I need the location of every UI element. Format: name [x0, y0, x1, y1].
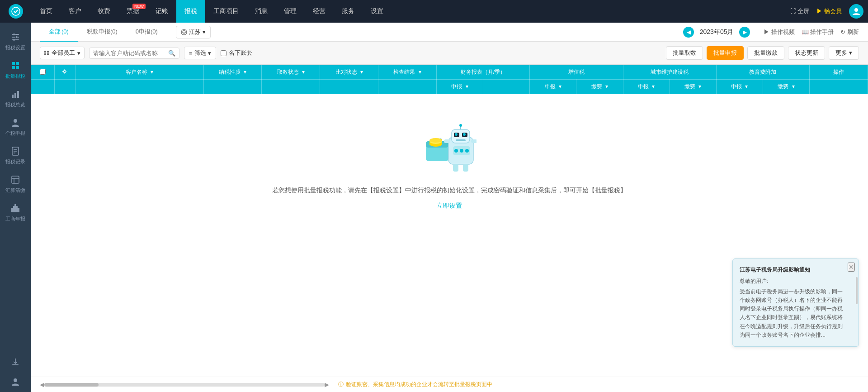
search-input[interactable]	[93, 50, 168, 57]
employee-select[interactable]: 全部员工 ▾	[40, 47, 85, 59]
select-all-checkbox[interactable]	[40, 69, 46, 75]
th2-check	[31, 80, 55, 94]
tab-zero-declaration[interactable]: 0申报(0)	[127, 23, 167, 42]
region-select[interactable]: 江苏 ▾	[176, 26, 211, 38]
account-checkbox-label[interactable]: 名下账套	[221, 49, 252, 57]
sidebar-item-download[interactable]	[0, 352, 31, 372]
batch-declare-btn[interactable]: 批量申报	[707, 46, 744, 60]
th2-vat-pay: 缴费 ▾	[576, 80, 623, 94]
th-check-result: 检查结果 ▾	[378, 65, 437, 80]
logo[interactable]	[5, 0, 27, 23]
filter-button[interactable]: ≡ 筛选 ▾	[184, 47, 216, 59]
batch-tax-icon	[10, 60, 21, 71]
th-action: 操作	[809, 65, 868, 80]
batch-fetch-btn[interactable]: 批量取数	[666, 46, 703, 60]
next-month-btn[interactable]: ▶	[739, 27, 750, 38]
nav-tax[interactable]: 报税	[176, 0, 205, 23]
sidebar-item-annual-report[interactable]: 工商年报	[0, 198, 31, 227]
sidebar-item-tax-records[interactable]: 报税记录	[0, 141, 31, 170]
tax-nature-filter-icon[interactable]: ▾	[244, 69, 246, 75]
th2-action	[809, 80, 868, 94]
th2-setting	[54, 80, 75, 94]
nav-accounting[interactable]: 记账	[147, 0, 176, 23]
svg-rect-30	[47, 51, 49, 53]
fetch-status-filter-icon[interactable]: ▾	[302, 69, 305, 75]
more-btn[interactable]: 更多 ▾	[829, 46, 859, 60]
notification-popup: ✕ 江苏电子税务局升级影响通知 尊敬的用户: 受当前电子税务局进一步升级的影响，…	[732, 258, 859, 347]
nav-customer[interactable]: 客户	[61, 0, 90, 23]
edu-pay-filter-icon[interactable]: ▾	[792, 83, 795, 90]
svg-point-6	[13, 39, 15, 41]
tab-all[interactable]: 全部(0)	[40, 23, 78, 42]
horizontal-scrollbar[interactable]	[44, 383, 325, 387]
th-settings[interactable]	[54, 65, 75, 80]
th2-fetch	[262, 80, 320, 94]
vat-declare-filter-icon[interactable]: ▾	[559, 83, 561, 90]
nav-billing[interactable]: 收费	[90, 0, 118, 23]
sidebar-item-batch-tax[interactable]: 批量报税	[0, 56, 31, 84]
nav-services[interactable]: 服务	[334, 0, 363, 23]
notification-content: 受当前电子税务局进一步升级的影响，同一个政务网账号（办税人）名下的企业不能再同时…	[740, 287, 852, 339]
batch-pay-btn[interactable]: 批量缴款	[747, 46, 784, 60]
status-update-btn[interactable]: 状态更新	[788, 46, 825, 60]
empty-state: 若您想使用批量报税功能，请先在【报税设置】中进行报税的初始化设置，完成密码验证和…	[31, 94, 868, 237]
vat-pay-filter-icon[interactable]: ▾	[605, 83, 608, 90]
svg-rect-10	[16, 66, 19, 69]
region-label: 江苏	[189, 28, 201, 36]
sidebar-item-settlement[interactable]: 汇算清缴	[0, 170, 31, 198]
nav-operations[interactable]: 经营	[305, 0, 334, 23]
check-result-filter-icon[interactable]: ▾	[419, 69, 421, 75]
fullscreen-btn[interactable]: ⛶ 全屏	[790, 7, 810, 15]
nav-invoice[interactable]: 票据 NEW	[118, 0, 147, 23]
svg-rect-25	[12, 364, 19, 365]
nav-manage[interactable]: 管理	[276, 0, 305, 23]
tax-settings-icon	[10, 32, 21, 43]
member-btn[interactable]: ▶ 畅会员	[816, 7, 842, 15]
svg-rect-12	[14, 93, 16, 98]
nav-home[interactable]: 首页	[32, 0, 61, 23]
sidebar-item-tax-overview[interactable]: 报税总览	[0, 84, 31, 113]
svg-rect-8	[16, 62, 19, 65]
operation-video-btn[interactable]: ▶ 操作视频	[764, 28, 795, 36]
svg-rect-55	[471, 139, 476, 143]
sidebar-item-user[interactable]	[0, 372, 31, 392]
logo-icon	[9, 4, 23, 19]
th2-edu-declare: 申报 ▾	[716, 80, 763, 94]
sidebar-item-personal-tax[interactable]: 个税申报	[0, 113, 31, 141]
nav-messages[interactable]: 消息	[247, 0, 276, 23]
tab-declaration[interactable]: 税款申报(0)	[78, 23, 127, 42]
scroll-right-btn[interactable]: ▶	[325, 381, 329, 388]
svg-point-53	[465, 149, 469, 153]
notification-close-btn[interactable]: ✕	[848, 263, 855, 272]
th2-vat-declare: 申报 ▾	[530, 80, 576, 94]
th2-city-pay: 缴费 ▾	[670, 80, 716, 94]
svg-point-40	[429, 138, 442, 143]
setup-link[interactable]: 立即设置	[437, 202, 462, 210]
refresh-btn[interactable]: ↻ 刷新	[840, 28, 859, 36]
th-checkbox[interactable]	[31, 65, 55, 80]
avatar[interactable]	[849, 4, 863, 19]
city-pay-filter-icon[interactable]: ▾	[698, 83, 701, 90]
scroll-thumb	[44, 383, 99, 387]
svg-point-51	[454, 149, 458, 153]
sidebar-item-tax-settings[interactable]: 报税设置	[0, 27, 31, 56]
account-checkbox[interactable]	[221, 50, 226, 56]
scroll-left-btn[interactable]: ◀	[40, 381, 44, 388]
nav-business[interactable]: 工商项目	[205, 0, 247, 23]
filter-bar: 全部员工 ▾ 🔍 ≡ 筛选 ▾ 名下账套 批量取数 批量申报 批量缴款 状态更新	[31, 42, 868, 65]
svg-rect-24	[14, 204, 16, 206]
svg-rect-19	[12, 176, 19, 183]
notification-scrollbar[interactable]	[856, 277, 858, 304]
edu-declare-filter-icon[interactable]: ▾	[745, 83, 748, 90]
user-icon	[10, 377, 21, 387]
operation-manual-btn[interactable]: 📖 操作手册	[802, 28, 834, 36]
city-declare-filter-icon[interactable]: ▾	[652, 83, 655, 90]
finance-declare-filter-icon[interactable]: ▾	[466, 83, 468, 90]
data-table: 客户名称 ▾ 纳税性质 ▾ 取数状态 ▾ 比对状态	[31, 65, 868, 94]
prev-month-btn[interactable]: ◀	[683, 27, 694, 38]
nav-settings[interactable]: 设置	[363, 0, 392, 23]
svg-point-0	[854, 8, 858, 12]
customer-name-filter-icon[interactable]: ▾	[151, 69, 153, 75]
compare-status-filter-icon[interactable]: ▾	[360, 69, 363, 75]
th2-finance-empty	[483, 80, 530, 94]
